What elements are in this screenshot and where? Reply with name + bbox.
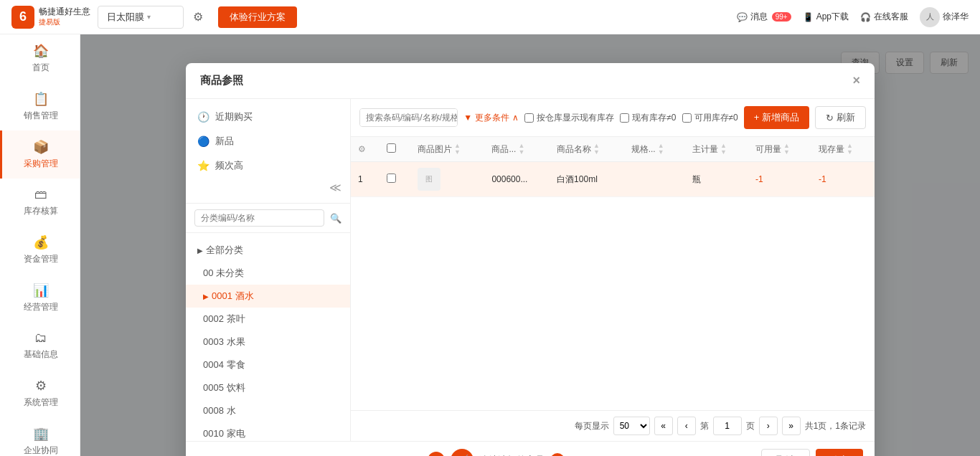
product-search-input[interactable] (360, 109, 458, 126)
th-image-sort[interactable]: 商品图片 ▲▼ (418, 143, 478, 156)
cart-section: ? 🛒 连续选择的商品 0 ∧ (428, 449, 579, 456)
trial-button[interactable]: 体验行业方案 (218, 6, 297, 28)
available-stock-input[interactable] (682, 113, 692, 123)
warehouse-checkbox-input[interactable] (524, 113, 534, 123)
sidebar-item-purchase[interactable]: 📦 采购管理 (0, 130, 80, 179)
last-page-button[interactable]: » (782, 417, 801, 435)
collapse-cart-button[interactable]: ∧ (570, 454, 579, 457)
page-suffix: 页 (746, 420, 755, 432)
warehouse-display-checkbox[interactable]: 按仓库显示现有库存 (524, 112, 614, 124)
th-spec-sort[interactable]: 规格... ▲▼ (631, 143, 678, 156)
th-unit-sort[interactable]: 主计量 ▲▼ (692, 143, 741, 156)
sort-icon-available: ▲▼ (783, 143, 790, 156)
th-settings[interactable]: ⚙ (351, 137, 380, 162)
sidebar-item-inventory[interactable]: 🗃 库存核算 (0, 179, 80, 226)
page-label: 第 (700, 420, 709, 432)
quick-link-recent[interactable]: 🕐 近期购买 (186, 105, 350, 129)
more-filters-button[interactable]: ▼ 更多条件 ∧ (463, 112, 519, 124)
th-code-sort[interactable]: 商品... ▲▼ (491, 143, 542, 156)
cat-item-00[interactable]: 00 未分类 (186, 262, 350, 285)
cat-item-0002[interactable]: 0002 茶叶 (186, 308, 350, 331)
first-page-button[interactable]: « (654, 417, 673, 435)
th-stock-sort[interactable]: 现存量 ▲▼ (819, 143, 867, 156)
td-unit: 瓶 (685, 162, 748, 197)
sidebar-item-sales[interactable]: 📋 销售管理 (0, 82, 80, 130)
filter-icon: ▼ (463, 113, 472, 123)
logo-text: 畅捷通好生意 (39, 6, 90, 16)
row-checkbox[interactable] (387, 174, 396, 183)
expand-icon: ▶ (197, 247, 203, 255)
content-area: 查询 设置 刷新 商品参照 × (80, 34, 980, 456)
sidebar-item-operations[interactable]: 📊 经营管理 (0, 274, 80, 322)
th-stock: 现存量 ▲▼ (811, 137, 875, 162)
user-profile[interactable]: 人 徐泽华 (920, 7, 969, 27)
th-spec: 规格... ▲▼ (624, 137, 685, 162)
cat-item-0004[interactable]: 0004 零食 (186, 353, 350, 376)
logo-icon: 6 (11, 6, 34, 29)
cart-icon[interactable]: 🛒 (451, 449, 473, 456)
sort-icon-name: ▲▼ (593, 143, 600, 156)
topbar: 6 畅捷通好生意 捷易版 日太阳膜 ▾ ⚙ 体验行业方案 💬 消息 99+ 📱 … (0, 0, 980, 34)
per-page-label: 每页显示 (575, 420, 609, 432)
add-product-button[interactable]: + 新增商品 (744, 106, 809, 129)
category-search-input[interactable] (194, 209, 324, 227)
th-available-sort[interactable]: 可用量 ▲▼ (755, 143, 804, 156)
avatar: 人 (920, 7, 940, 27)
th-name-sort[interactable]: 商品名称 ▲▼ (557, 143, 617, 156)
table-row[interactable]: 1 图 000600... 白酒100ml (351, 162, 875, 197)
td-spec (624, 162, 685, 197)
enterprise-icon: 🏢 (33, 426, 49, 442)
category-search-icon[interactable]: 🔍 (330, 213, 341, 224)
logo: 6 畅捷通好生意 捷易版 (11, 6, 98, 29)
sidebar-item-finance[interactable]: 💰 资金管理 (0, 226, 80, 274)
star-icon: ⭐ (197, 160, 209, 171)
cat-item-0003[interactable]: 0003 水果 (186, 331, 350, 353)
th-available: 可用量 ▲▼ (748, 137, 811, 162)
column-settings-icon[interactable]: ⚙ (358, 144, 366, 154)
quick-link-new[interactable]: 🔵 新品 (186, 129, 350, 153)
nav-dropdown[interactable]: 日太阳膜 ▾ (98, 6, 184, 29)
confirm-button[interactable]: 确定 (816, 449, 863, 456)
help-icon[interactable]: ? (428, 452, 445, 456)
expand-active-icon: ▶ (203, 293, 209, 300)
quick-link-frequent[interactable]: ⭐ 频次高 (186, 153, 350, 178)
page-number-input[interactable] (713, 417, 742, 435)
messages-button[interactable]: 💬 消息 99+ (737, 11, 791, 23)
search-toolbar: 🔍 ▼ 更多条件 ∧ 按仓库显示现有库存 (351, 99, 875, 137)
mobile-icon: 📱 (803, 12, 814, 22)
basic-icon: 🗂 (34, 331, 47, 346)
category-search-row: 🔍 (186, 204, 350, 233)
select-all-checkbox[interactable] (387, 143, 396, 153)
available-stock-checkbox[interactable]: 可用库存≠0 (682, 112, 738, 124)
sidebar-item-enterprise[interactable]: 🏢 企业协同 (0, 417, 80, 456)
online-service-button[interactable]: 🎧 在线客服 (860, 11, 908, 23)
sales-icon: 📋 (33, 91, 49, 107)
cat-item-0010[interactable]: 0010 家电 (186, 422, 350, 441)
cat-item-0001[interactable]: ▶ 0001 酒水 (186, 285, 350, 308)
th-checkbox[interactable] (380, 137, 410, 162)
settings-icon[interactable]: ⚙ (187, 6, 209, 29)
next-page-button[interactable]: › (759, 417, 778, 435)
current-stock-checkbox[interactable]: 现有库存≠0 (620, 112, 676, 124)
prev-page-button[interactable]: ‹ (677, 417, 696, 435)
cat-item-0008[interactable]: 0008 水 (186, 399, 350, 422)
message-icon: 💬 (737, 12, 748, 22)
sidebar-item-basic[interactable]: 🗂 基础信息 (0, 322, 80, 369)
sidebar-item-home[interactable]: 🏠 首页 (0, 34, 80, 82)
td-checkbox[interactable] (380, 162, 410, 197)
collapse-panel-button[interactable]: ≪ (329, 181, 341, 194)
cancel-button[interactable]: 取消 (761, 449, 810, 456)
headset-icon: 🎧 (860, 12, 871, 22)
search-input-wrap: 🔍 (359, 108, 458, 127)
cat-item-all[interactable]: ▶ 全部分类 (186, 239, 350, 262)
modal-close-button[interactable]: × (852, 73, 860, 88)
cat-item-0005[interactable]: 0005 饮料 (186, 376, 350, 399)
th-name: 商品名称 ▲▼ (550, 137, 624, 162)
modal-footer: 显示停用 ? 🛒 连续选择的商品 0 ∧ 取消 确定 (186, 441, 875, 456)
app-download-button[interactable]: 📱 App下载 (803, 11, 849, 23)
per-page-select[interactable]: 50 10 20 100 (613, 417, 650, 435)
refresh-button[interactable]: ↻ 刷新 (815, 106, 866, 129)
message-badge: 99+ (772, 12, 791, 22)
sidebar-item-system[interactable]: ⚙ 系统管理 (0, 369, 80, 417)
current-stock-input[interactable] (620, 113, 629, 123)
